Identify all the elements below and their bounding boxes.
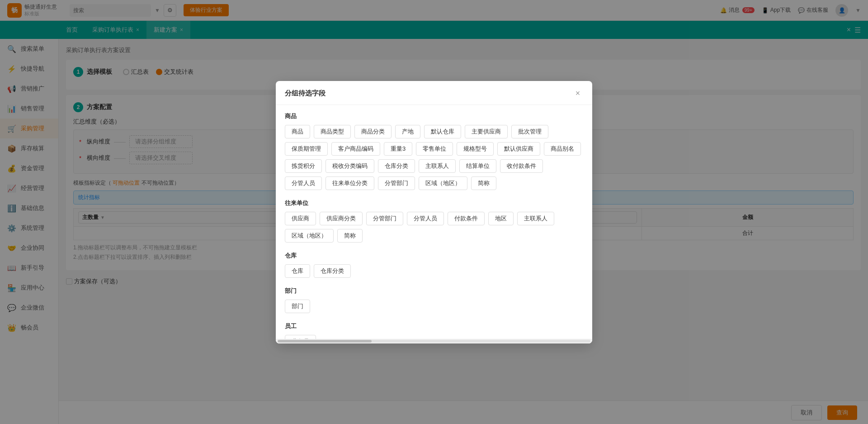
field-tag-warehouse[interactable]: 仓库 — [285, 264, 310, 278]
field-tag-supervisor-partner[interactable]: 分管人员 — [407, 212, 444, 225]
department-tags: 部门 — [285, 300, 583, 313]
field-tag-retail-unit[interactable]: 零售单位 — [416, 142, 453, 156]
modal-title: 分组待选字段 — [285, 89, 326, 98]
section-partner: 往来单位 供应商 供应商分类 分管部门 分管人员 付款条件 地区 主联系人 区域… — [285, 199, 583, 243]
field-tag-main-supplier[interactable]: 主要供应商 — [465, 125, 508, 138]
field-tag-spec-model[interactable]: 规格型号 — [457, 142, 494, 156]
field-tag-goods[interactable]: 商品 — [285, 125, 310, 138]
field-tag-tax-code[interactable]: 税收分类编码 — [326, 159, 374, 173]
field-tag-sales-staff[interactable]: 业务员 — [285, 335, 316, 339]
field-tag-region-goods[interactable]: 区域（地区） — [419, 176, 467, 190]
field-tag-dept-responsible[interactable]: 分管部门 — [378, 176, 415, 190]
field-tag-customer-code[interactable]: 客户商品编码 — [331, 142, 380, 156]
scroll-thumb — [278, 340, 372, 343]
scroll-track — [278, 340, 590, 343]
field-tag-supplier-category[interactable]: 供应商分类 — [320, 212, 363, 225]
section-goods: 商品 商品 商品类型 商品分类 产地 默认仓库 主要供应商 批次管理 保质期管理… — [285, 112, 583, 190]
field-tag-supplier[interactable]: 供应商 — [285, 212, 316, 225]
section-department: 部门 部门 — [285, 287, 583, 313]
field-tag-payment-terms[interactable]: 收付款条件 — [500, 159, 543, 173]
field-tag-warehouse-cat[interactable]: 仓库分类 — [314, 264, 351, 278]
field-tag-payment-cond[interactable]: 付款条件 — [448, 212, 485, 225]
modal-body: 商品 商品 商品类型 商品分类 产地 默认仓库 主要供应商 批次管理 保质期管理… — [276, 105, 592, 339]
modal-close-button[interactable]: × — [572, 88, 583, 99]
field-tag-region2-partner[interactable]: 区域（地区） — [285, 229, 334, 243]
warehouse-tags: 仓库 仓库分类 — [285, 264, 583, 278]
field-tag-warehouse-category[interactable]: 仓库分类 — [378, 159, 415, 173]
field-tag-origin[interactable]: 产地 — [395, 125, 420, 138]
modal-overlay: 分组待选字段 × 商品 商品 商品类型 商品分类 产地 默认仓库 主要供应商 批… — [0, 0, 868, 424]
field-tag-dept-partner[interactable]: 分管部门 — [366, 212, 403, 225]
field-tag-partner-category[interactable]: 往来单位分类 — [326, 176, 374, 190]
field-tag-supervisor[interactable]: 分管人员 — [285, 176, 322, 190]
section-department-title: 部门 — [285, 287, 583, 295]
field-tag-short-name-goods[interactable]: 简称 — [471, 176, 496, 190]
field-tag-goods-category[interactable]: 商品分类 — [354, 125, 392, 138]
field-tag-default-warehouse[interactable]: 默认仓库 — [424, 125, 461, 138]
section-warehouse: 仓库 仓库 仓库分类 — [285, 252, 583, 278]
field-tag-shelf-life[interactable]: 保质期管理 — [285, 142, 328, 156]
modal-footer-scrollbar[interactable] — [276, 339, 592, 343]
field-tag-department[interactable]: 部门 — [285, 300, 310, 313]
field-tag-short-name-partner[interactable]: 简称 — [337, 229, 363, 243]
section-warehouse-title: 仓库 — [285, 252, 583, 260]
modal-header: 分组待选字段 × — [276, 81, 592, 105]
section-goods-title: 商品 — [285, 112, 583, 120]
field-tag-default-supplier[interactable]: 默认供应商 — [497, 142, 540, 156]
goods-tags: 商品 商品类型 商品分类 产地 默认仓库 主要供应商 批次管理 保质期管理 客户… — [285, 125, 583, 190]
field-tag-pick-points[interactable]: 拣货积分 — [285, 159, 322, 173]
section-partner-title: 往来单位 — [285, 199, 583, 207]
staff-tags: 业务员 — [285, 335, 583, 339]
section-staff: 员工 业务员 — [285, 322, 583, 339]
field-tag-batch-mgmt[interactable]: 批次管理 — [511, 125, 548, 138]
field-tag-settle-unit[interactable]: 结算单位 — [459, 159, 496, 173]
field-tag-main-contact-partner[interactable]: 主联系人 — [517, 212, 554, 225]
field-tag-weight3[interactable]: 重量3 — [384, 142, 412, 156]
section-staff-title: 员工 — [285, 322, 583, 330]
field-tag-goods-alias[interactable]: 商品别名 — [544, 142, 581, 156]
field-tag-region-partner[interactable]: 地区 — [488, 212, 514, 225]
field-tag-goods-type[interactable]: 商品类型 — [314, 125, 351, 138]
partner-tags: 供应商 供应商分类 分管部门 分管人员 付款条件 地区 主联系人 区域（地区） … — [285, 212, 583, 243]
modal-dialog: 分组待选字段 × 商品 商品 商品类型 商品分类 产地 默认仓库 主要供应商 批… — [276, 81, 592, 343]
field-tag-main-contact[interactable]: 主联系人 — [419, 159, 456, 173]
